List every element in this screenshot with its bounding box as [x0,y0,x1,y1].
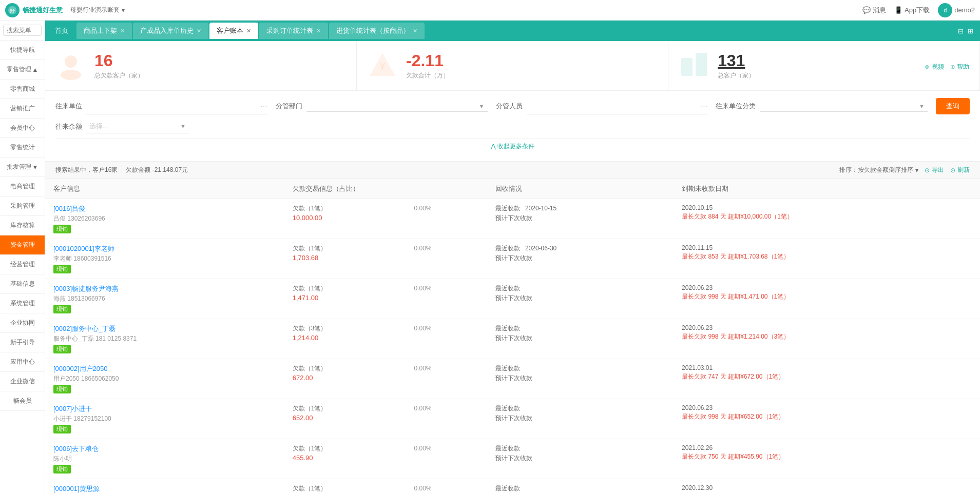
cell-customer-5: [0007]小进干 小进干 18279152100 现销 [45,399,284,439]
stat-card-actions: ⊙ 视频 ⊙ 帮助 [925,60,969,71]
company-selector[interactable]: 母婴行业演示账套 ▾ [70,6,125,14]
debt-amount-2[interactable]: 1,471.00 [293,294,398,302]
tab-home[interactable]: 首页 [48,23,75,39]
app-download-button[interactable]: 📱 App下载 [894,6,930,15]
table-container: 客户信息 欠款交易信息（占比） 回收情况 到期未收款日期 [0016]吕俊 吕俊… [45,179,980,493]
sidebar-item-member[interactable]: 会员中心 [0,119,45,138]
sidebar-item-enterprise[interactable]: 企业协同 [0,313,45,333]
last-payment-label-7: 最近收款 [495,484,665,493]
sidebar-item-basic[interactable]: 基础信息 [0,274,45,294]
tab-expand-icon[interactable]: ⊞ [968,27,973,35]
customer-name-2[interactable]: [0003]畅捷服务尹海燕 [53,284,276,293]
debt-amount-1[interactable]: 1,703.68 [293,254,398,262]
overdue-link-5[interactable]: 超期¥652.00（1笔） [728,413,784,420]
filter-customer-input[interactable] [86,100,260,112]
search-button[interactable]: 查询 [936,98,970,114]
tab-product-shelf-close[interactable]: ✕ [120,28,125,34]
last-payment-label-2: 最近收款 [495,284,665,293]
stat-card-customers: 16 总欠款客户（家） [45,41,357,90]
tab-purchase-stat-close[interactable]: ✕ [413,28,417,34]
sidebar-item-system[interactable]: 系统管理 [0,294,45,313]
tab-customer-account[interactable]: 客户账本 ✕ [209,23,258,39]
customer-name-0[interactable]: [0016]吕俊 [53,204,276,213]
due-date-3: 2020.06.23 [682,324,972,331]
sort-select[interactable]: 排序：按欠款金额倒序排序 ▾ [839,166,918,174]
recovery-info-7: 最近收款 预计下次收款 [495,484,665,493]
tab-collapse-icon[interactable]: ⊟ [958,27,964,35]
cell-due-5: 2020.06.23 最长欠款 998 天 超期¥652.00（1笔） [674,399,980,439]
tab-product-shelf[interactable]: 商品上下架 ✕ [76,23,132,39]
collapse-button[interactable]: ⋀ 收起更多条件 [55,139,970,154]
filter-person-dots[interactable]: ··· [701,102,707,111]
overdue-link-6[interactable]: 超期¥455.90（1笔） [728,453,784,460]
customer-contact-0: 吕俊 13026203696 [53,214,276,223]
overdue-days-5: 最长欠款 998 天 超期¥652.00（1笔） [682,412,972,421]
filter-person-input[interactable] [527,100,701,112]
debt-amount-4[interactable]: 672.00 [293,374,398,382]
overdue-days-2: 最长欠款 998 天 超期¥1,471.00（1笔） [682,292,972,301]
stat-info-total: 131 总客户（家） [718,51,755,80]
overdue-link-0[interactable]: 超期¥10,000.00（1笔） [728,213,793,220]
customer-name-3[interactable]: [0002]服务中心_丁磊 [53,324,276,333]
debt-info-2: 欠款（1笔） 1,471.00 [293,284,398,302]
cell-customer-1: [0001020001]李老师 李老师 18600391516 现销 [45,239,284,279]
overdue-link-4[interactable]: 超期¥672.00（1笔） [728,373,784,380]
filter-category-select[interactable]: ▼ [760,101,928,112]
tab-purchase-summary[interactable]: 采购订单统计表 ✕ [259,23,328,39]
sidebar-item-quick-nav[interactable]: 快捷导航 [0,41,45,60]
sidebar-item-marketing[interactable]: 营销推广 [0,99,45,119]
overdue-link-1[interactable]: 超期¥1,703.68（1笔） [728,253,790,260]
tab-product-history[interactable]: 产成品入库单历史 ✕ [133,23,208,39]
sidebar-item-vip[interactable]: 畅会员 [0,391,45,411]
search-input[interactable] [3,25,42,36]
sidebar-item-app-center[interactable]: 应用中心 [0,352,45,372]
message-button[interactable]: 💬 消息 [862,6,886,15]
sidebar-item-ops[interactable]: 经营管理 [0,255,45,274]
customer-name-6[interactable]: [0006]去下粮仓 [53,444,276,453]
customer-name-7[interactable]: [000001]黄思源 [53,484,276,493]
help-link[interactable]: ⊙ 帮助 [950,63,969,71]
sidebar-item-wechat[interactable]: 企业微信 [0,372,45,391]
customer-badge-2: 现销 [53,305,71,313]
sidebar-item-purchase[interactable]: 采购管理 [0,196,45,216]
customer-badge-5: 现销 [53,425,71,433]
sidebar-item-batch-mgmt[interactable]: 批发管理 ▼ [0,157,45,177]
sidebar-item-retail-mgmt[interactable]: 零售管理 ▲ [0,60,45,80]
amount-icon: ¥ [367,50,398,81]
sidebar-item-finance[interactable]: 资金管理 [0,235,45,255]
video-link[interactable]: ⊙ 视频 [925,63,944,71]
sidebar-item-inventory[interactable]: 库存核算 [0,216,45,235]
sidebar-item-retail-mall[interactable]: 零售商城 [0,80,45,99]
filter-department-select[interactable]: ▼ [306,101,488,112]
filter-balance-select[interactable]: 选择... ▼ [86,120,189,133]
overdue-link-2[interactable]: 超期¥1,471.00（1笔） [728,293,790,300]
message-icon: 💬 [862,6,871,14]
user-menu[interactable]: d demo2 [938,3,975,17]
recovery-info-5: 最近收款 预计下次收款 [495,404,665,423]
debt-amount-6[interactable]: 455.90 [293,454,398,462]
customer-name-5[interactable]: [0007]小进干 [53,404,276,413]
due-date-7: 2020.12.30 [682,484,972,491]
filter-customer-dots[interactable]: ··· [260,102,267,111]
debt-amount-3[interactable]: 1,214.00 [293,334,398,342]
debt-amount-5[interactable]: 652.00 [293,414,398,422]
tab-bar-right: ⊟ ⊞ [958,27,977,35]
table-row: [000002]用户2050 用户2050 18665062050 现销 欠款（… [45,359,980,399]
overdue-link-3[interactable]: 超期¥1,214.00（3笔） [728,333,790,340]
customer-badge-0: 现销 [53,225,71,233]
tab-customer-account-close[interactable]: ✕ [246,28,251,34]
tab-purchase-summary-close[interactable]: ✕ [316,28,321,34]
results-actions: 排序：按欠款金额倒序排序 ▾ ⊙ 导出 ⊙ 刷新 [839,166,970,174]
debt-amount-0[interactable]: 10,000.00 [293,214,398,222]
sidebar-item-guide[interactable]: 新手引导 [0,333,45,352]
sidebar-item-retail-stat[interactable]: 零售统计 [0,138,45,157]
customer-name-1[interactable]: [0001020001]李老师 [53,244,276,253]
export-button[interactable]: ⊙ 导出 [925,166,944,174]
customer-name-4[interactable]: [000002]用户2050 [53,364,276,373]
table-row: [0006]去下粮仓 陈小明 现销 欠款（1笔） 455.90 0.00% 最近… [45,439,980,479]
tab-product-history-close[interactable]: ✕ [197,28,201,34]
refresh-button[interactable]: ⊙ 刷新 [950,166,970,174]
tab-purchase-stat[interactable]: 进货单统计表（按商品） ✕ [329,23,425,39]
sidebar-item-ecom[interactable]: 电商管理 [0,177,45,196]
overdue-days-1: 最长欠款 853 天 超期¥1,703.68（1笔） [682,252,972,261]
